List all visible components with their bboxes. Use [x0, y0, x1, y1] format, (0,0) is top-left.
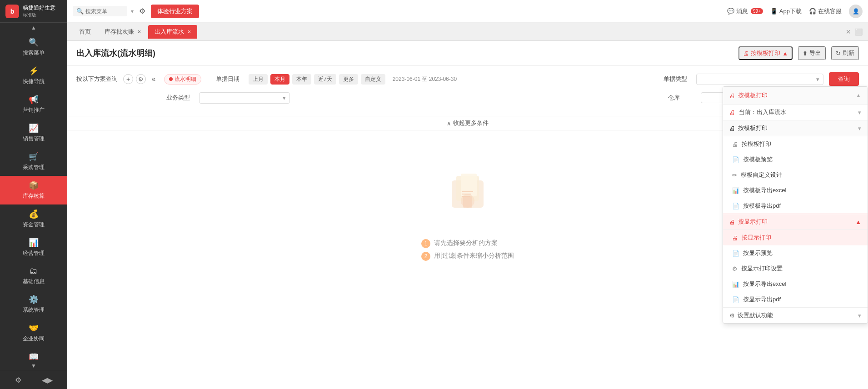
svg-rect-2: [461, 174, 477, 196]
sidebar-item-search[interactable]: 🔍 搜索菜单: [0, 33, 67, 61]
doc-type-select[interactable]: ▾: [696, 74, 823, 85]
sidebar-item-guide[interactable]: 📖 新手引导: [0, 347, 67, 361]
user-icon: 👤: [853, 8, 859, 15]
date-this-month-btn[interactable]: 本月: [270, 74, 289, 85]
biz-type-select[interactable]: ▾: [199, 92, 290, 104]
sidebar-item-finance[interactable]: 💰 资金管理: [0, 204, 67, 233]
sidebar-item-sales[interactable]: 📈 销售管理: [0, 119, 67, 147]
collapse-icon[interactable]: ◀▶: [42, 376, 53, 384]
sidebar: b 畅捷通好生意 标准版 ▲ 🔍 搜索菜单 ⚡ 快捷导航 📢 营销推广 📈 销售…: [0, 0, 67, 389]
header-search-dropdown-icon[interactable]: ▾: [131, 8, 134, 15]
print-dropdown-arrow[interactable]: ▲: [782, 50, 788, 57]
refresh-btn[interactable]: ↻ 刷新: [831, 46, 859, 60]
sidebar-item-marketing[interactable]: 📢 营销推广: [0, 90, 67, 119]
messages-btn[interactable]: 💬 消息 99+: [727, 7, 763, 15]
dp-current-item[interactable]: 🖨 当前：出入库流水 ▾: [723, 105, 868, 120]
dp-dpreview-icon: 📄: [732, 250, 739, 257]
export-btn[interactable]: ⬆ 导出: [798, 46, 826, 60]
sidebar-item-purchase[interactable]: 🛒 采购管理: [0, 147, 67, 176]
dp-print-icon: 🖨: [729, 92, 735, 99]
dp-template-print-item[interactable]: 🖨 按模板打印: [723, 136, 868, 152]
dp-display-export-excel-item[interactable]: 📊 按显示导出excel: [723, 276, 868, 292]
app-download-btn[interactable]: 📱 App下载: [770, 7, 802, 15]
dp-dpreview-label: 按显示预览: [743, 249, 773, 257]
tab-batch[interactable]: 库存批次账 ×: [98, 25, 147, 39]
collab-icon: 🤝: [29, 323, 39, 333]
tab-flow[interactable]: 出入库流水 ×: [148, 25, 197, 39]
maximize-icon[interactable]: ⬜: [855, 28, 863, 35]
app-version: 标准版: [23, 12, 55, 18]
tab-bar: 首页 库存批次账 × 出入库流水 × ✕ ⬜: [67, 23, 868, 41]
dp-display-preview-item[interactable]: 📄 按显示预览: [723, 245, 868, 261]
date-custom-btn[interactable]: 自定义: [361, 74, 385, 85]
sidebar-item-inventory[interactable]: 📦 库存核算: [0, 176, 67, 204]
top-header: 🔍 ▾ ⚙ 体验行业方案 💬 消息 99+ 📱 App下载 🎧 在线客服 👤: [67, 0, 868, 23]
sidebar-item-quick[interactable]: ⚡ 快捷导航: [0, 61, 67, 90]
filter-gear-btn[interactable]: ⚙: [136, 74, 146, 84]
marketing-icon: 📢: [29, 95, 39, 105]
dp-template-export-pdf-item[interactable]: 📄 按模板导出pdf: [723, 198, 868, 214]
filter-add-btn[interactable]: +: [123, 74, 133, 84]
sidebar-item-basic[interactable]: 🗂 基础信息: [0, 262, 67, 290]
dp-display-section-icon: 🖨: [729, 219, 735, 225]
message-icon: 💬: [727, 8, 734, 15]
dp-template-export-excel-item[interactable]: 📊 按模板导出excel: [723, 183, 868, 198]
date-more-btn[interactable]: 更多: [339, 74, 358, 85]
search-icon: 🔍: [29, 37, 39, 47]
restore-icon[interactable]: ✕: [846, 28, 851, 35]
sidebar-label-quick: 快捷导航: [23, 78, 45, 85]
dp-footer[interactable]: ⚙ 设置默认功能 ▾: [723, 307, 868, 323]
print-icon: 🖨: [743, 50, 749, 57]
query-btn[interactable]: 查询: [829, 72, 859, 86]
sidebar-item-system[interactable]: ⚙️ 系统管理: [0, 290, 67, 319]
dp-template-preview-item[interactable]: 📄 按模板预览: [723, 152, 868, 167]
dp-dpdf-label: 按显示导出pdf: [743, 295, 781, 304]
date-this-year-btn[interactable]: 本年: [292, 74, 311, 85]
inventory-icon: 📦: [29, 180, 39, 190]
sidebar-scroll-up[interactable]: ▲: [0, 23, 67, 33]
dp-current-arrow-icon[interactable]: ▾: [858, 109, 861, 116]
settings-icon[interactable]: ⚙: [15, 376, 21, 384]
header-search-box[interactable]: 🔍: [73, 6, 127, 16]
dp-footer-label: 设置默认功能: [738, 311, 773, 319]
dp-display-print-settings-item[interactable]: ⚙ 按显示打印设置: [723, 261, 868, 276]
filter-flow-tag[interactable]: 流水明细: [164, 74, 201, 85]
collapse-conditions-btn[interactable]: ∧ 收起更多条件: [447, 119, 489, 127]
date-7days-btn[interactable]: 近7天: [314, 74, 336, 85]
sidebar-logo: b 畅捷通好生意 标准版: [0, 0, 67, 23]
sidebar-label-marketing: 营销推广: [23, 106, 45, 114]
dp-header-collapse-icon[interactable]: ▲: [856, 92, 861, 99]
basic-icon: 🗂: [30, 266, 38, 276]
industry-btn[interactable]: 体验行业方案: [151, 5, 199, 18]
dp-tcustom-label: 模板自定义设计: [741, 171, 782, 179]
online-service-btn[interactable]: 🎧 在线客服: [809, 7, 842, 15]
tab-flow-close-icon[interactable]: ×: [188, 29, 191, 35]
dp-display-collapse-icon[interactable]: ▲: [855, 219, 861, 225]
user-avatar[interactable]: 👤: [849, 5, 863, 18]
print-template-btn[interactable]: 🖨 按模板打印 ▲: [738, 46, 793, 60]
sidebar-item-collab[interactable]: 🤝 企业协同: [0, 319, 67, 347]
dp-display-print-item[interactable]: 🖨 按显示打印: [723, 230, 868, 245]
app-logo-text: 畅捷通好生意 标准版: [23, 4, 55, 18]
date-last-month-btn[interactable]: 上月: [249, 74, 268, 85]
sidebar-item-operation[interactable]: 📊 经营管理: [0, 233, 67, 262]
filter-collapse-left-btn[interactable]: «: [149, 74, 159, 84]
dp-display-export-pdf-item[interactable]: 📄 按显示导出pdf: [723, 292, 868, 307]
sidebar-label-search: 搜索菜单: [23, 49, 45, 57]
sales-icon: 📈: [29, 123, 39, 133]
tab-batch-close-icon[interactable]: ×: [138, 29, 141, 35]
dp-tprint-icon: 🖨: [732, 141, 738, 148]
empty-svg: [440, 167, 495, 221]
search-input[interactable]: [85, 8, 122, 15]
dp-dsettings-icon: ⚙: [732, 265, 738, 272]
tab-home[interactable]: 首页: [73, 25, 97, 39]
header-gear-icon[interactable]: ⚙: [139, 7, 145, 15]
dp-header: 🖨 按模板打印 ▲: [723, 87, 868, 105]
sidebar-scroll-down[interactable]: ▼: [0, 361, 67, 371]
dp-template-collapse-icon[interactable]: ▾: [858, 125, 861, 132]
tab-batch-label: 库存批次账: [105, 28, 134, 36]
dp-tpreview-icon: 📄: [732, 156, 739, 163]
dp-section-template[interactable]: 🖨 按模板打印 ▾: [723, 120, 868, 136]
dp-section-display[interactable]: 🖨 按显示打印 ▲: [723, 214, 868, 230]
dp-template-custom-item[interactable]: ✏ 模板自定义设计: [723, 167, 868, 183]
